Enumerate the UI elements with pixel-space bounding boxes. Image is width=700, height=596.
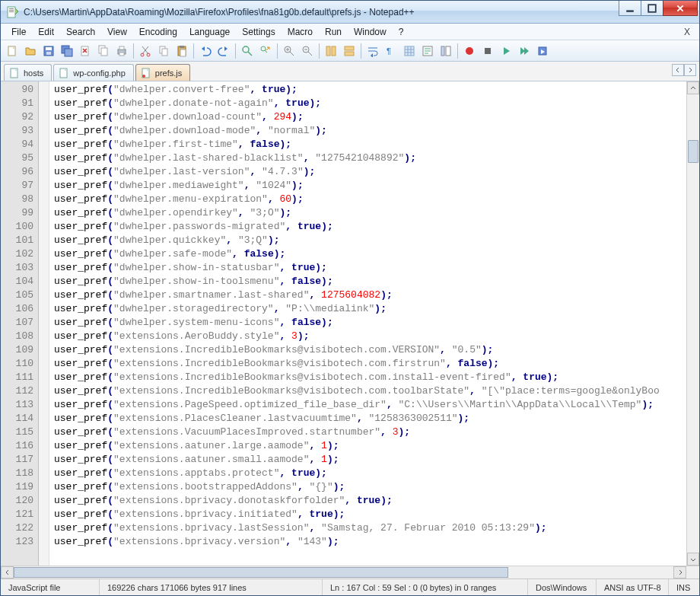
code-line[interactable]: user_pref("extensions.bootstrappedAddons… xyxy=(54,480,686,494)
code-line[interactable]: user_pref("extensions.aatuner.small.aamo… xyxy=(54,453,686,467)
close-all-icon[interactable] xyxy=(95,43,112,59)
sync-h-icon[interactable] xyxy=(341,43,358,59)
svg-point-38 xyxy=(466,47,473,55)
open-file-icon[interactable] xyxy=(22,43,39,59)
tab-wp-config-php[interactable]: wp-config.php xyxy=(53,64,134,81)
new-file-icon[interactable] xyxy=(4,43,21,59)
code-line[interactable]: user_pref("extensions.VacuumPlacesImprov… xyxy=(54,425,686,439)
menu-settings[interactable]: Settings xyxy=(236,25,281,39)
code-line[interactable]: user_pref("extensions.bprivacy.lastSessi… xyxy=(54,521,686,535)
code-line[interactable]: user_pref("dwhelper.last-version", "4.7.… xyxy=(54,165,686,179)
tab-close-x[interactable]: X xyxy=(679,27,695,37)
code-line[interactable]: user_pref("extensions.IncredibleBookmark… xyxy=(54,384,686,398)
code-line[interactable]: user_pref("extensions.apptabs.protect", … xyxy=(54,467,686,480)
tab-prev-icon[interactable] xyxy=(672,64,684,76)
code-area[interactable]: user_pref("dwhelper.convert-free", true)… xyxy=(49,81,686,566)
code-line[interactable]: user_pref("dwhelper.show-in-toolsmenu", … xyxy=(54,275,686,288)
code-line[interactable]: user_pref("dwhelper.opendirkey", "3;O"); xyxy=(54,206,686,220)
code-line[interactable]: user_pref("dwhelper.system-menu-icons", … xyxy=(54,316,686,330)
user-lang-icon[interactable] xyxy=(419,43,436,59)
zoom-in-icon[interactable] xyxy=(281,43,298,59)
hscroll-thumb[interactable] xyxy=(14,567,508,578)
tab-next-icon[interactable] xyxy=(684,64,696,76)
sync-v-icon[interactable] xyxy=(323,43,339,59)
paste-icon[interactable] xyxy=(173,43,190,59)
svg-point-25 xyxy=(243,46,249,53)
zoom-out-icon[interactable] xyxy=(299,43,316,59)
code-line[interactable]: user_pref("dwhelper.download-count", 294… xyxy=(54,110,686,124)
svg-rect-31 xyxy=(345,46,354,50)
save-all-icon[interactable] xyxy=(59,43,75,59)
menu-macro[interactable]: Macro xyxy=(282,25,319,39)
code-line[interactable]: user_pref("extensions.bprivacy.donotaskf… xyxy=(54,494,686,508)
menu-[interactable]: ? xyxy=(393,25,410,39)
indent-guide-icon[interactable] xyxy=(401,43,418,59)
tab-prefs-js[interactable]: prefs.js xyxy=(135,64,190,81)
play-macro-icon[interactable] xyxy=(498,43,514,59)
close-file-icon[interactable] xyxy=(77,43,94,59)
tab-hosts[interactable]: hosts xyxy=(4,64,52,81)
menu-edit[interactable]: Edit xyxy=(32,25,60,39)
scroll-thumb[interactable] xyxy=(688,140,698,163)
find-icon[interactable] xyxy=(239,43,256,59)
scroll-right-icon[interactable] xyxy=(673,566,686,578)
code-line[interactable]: user_pref("dwhelper.download-mode", "nor… xyxy=(54,124,686,138)
scroll-down-icon[interactable] xyxy=(687,553,699,566)
menu-view[interactable]: View xyxy=(101,25,133,39)
code-line[interactable]: user_pref("extensions.bprivacy.version",… xyxy=(54,535,686,549)
code-line[interactable]: user_pref("dwhelper.smartnamer.last-shar… xyxy=(54,288,686,302)
code-line[interactable]: user_pref("dwhelper.first-time", false); xyxy=(54,138,686,151)
save-icon[interactable] xyxy=(40,43,57,59)
code-line[interactable]: user_pref("dwhelper.safe-mode", false); xyxy=(54,247,686,261)
record-macro-icon[interactable] xyxy=(461,43,478,59)
code-line[interactable]: user_pref("extensions.PlacesCleaner.last… xyxy=(54,412,686,425)
menu-file[interactable]: File xyxy=(5,25,32,39)
show-all-chars-icon[interactable]: ¶ xyxy=(383,43,399,59)
menu-search[interactable]: Search xyxy=(60,25,101,39)
code-line[interactable]: user_pref("dwhelper.donate-not-again", t… xyxy=(54,97,686,110)
undo-icon[interactable] xyxy=(197,43,214,59)
stop-macro-icon[interactable] xyxy=(479,43,496,59)
minimize-button[interactable] xyxy=(619,1,641,16)
vertical-scrollbar[interactable] xyxy=(686,81,699,566)
code-line[interactable]: user_pref("extensions.PageSpeed.optimize… xyxy=(54,398,686,412)
code-line[interactable]: user_pref("extensions.IncredibleBookmark… xyxy=(54,371,686,384)
wordwrap-icon[interactable] xyxy=(364,43,381,59)
horizontal-scrollbar[interactable] xyxy=(1,566,699,578)
replace-icon[interactable] xyxy=(257,43,274,59)
cut-icon[interactable] xyxy=(137,43,154,59)
status-stats: 169226 chars 171066 bytes 917 lines xyxy=(100,579,323,595)
svg-rect-37 xyxy=(446,46,450,56)
play-multi-icon[interactable] xyxy=(516,43,533,59)
code-line[interactable]: user_pref("dwhelper.mediaweight", "1024"… xyxy=(54,179,686,193)
titlebar[interactable]: C:\Users\Martin\AppData\Roaming\Mozilla\… xyxy=(1,1,699,24)
menu-language[interactable]: Language xyxy=(183,25,236,39)
code-line[interactable]: user_pref("extensions.IncredibleBookmark… xyxy=(54,343,686,357)
code-line[interactable]: user_pref("extensions.AeroBuddy.style", … xyxy=(54,330,686,343)
code-line[interactable]: user_pref("dwhelper.storagedirectory", "… xyxy=(54,302,686,316)
code-line[interactable]: user_pref("extensions.bprivacy.initiated… xyxy=(54,508,686,521)
print-icon[interactable] xyxy=(113,43,130,59)
svg-rect-4 xyxy=(626,10,634,11)
save-macro-icon[interactable] xyxy=(534,43,551,59)
code-line[interactable]: user_pref("dwhelper.show-in-statusbar", … xyxy=(54,261,686,275)
copy-icon[interactable] xyxy=(155,43,172,59)
code-line[interactable]: user_pref("dwhelper.last-shared-blacklis… xyxy=(54,151,686,165)
code-line[interactable]: user_pref("extensions.aatuner.large.aamo… xyxy=(54,439,686,453)
redo-icon[interactable] xyxy=(215,43,232,59)
close-button[interactable] xyxy=(663,1,698,16)
maximize-button[interactable] xyxy=(641,1,663,16)
scroll-up-icon[interactable] xyxy=(687,81,699,94)
code-line[interactable]: user_pref("dwhelper.quickkey", "3;Q"); xyxy=(54,234,686,247)
code-line[interactable]: user_pref("dwhelper.convert-free", true)… xyxy=(54,83,686,97)
tab-nav xyxy=(672,64,696,76)
code-line[interactable]: user_pref("dwhelper.menu-expiration", 60… xyxy=(54,193,686,206)
code-line[interactable]: user_pref("dwhelper.passwords-migrated",… xyxy=(54,220,686,234)
scroll-left-icon[interactable] xyxy=(1,566,14,578)
menu-window[interactable]: Window xyxy=(348,25,393,39)
menu-run[interactable]: Run xyxy=(319,25,348,39)
menu-encoding[interactable]: Encoding xyxy=(133,25,183,39)
tab-label: prefs.js xyxy=(155,69,182,78)
code-line[interactable]: user_pref("extensions.IncredibleBookmark… xyxy=(54,357,686,371)
doc-map-icon[interactable] xyxy=(438,43,454,59)
